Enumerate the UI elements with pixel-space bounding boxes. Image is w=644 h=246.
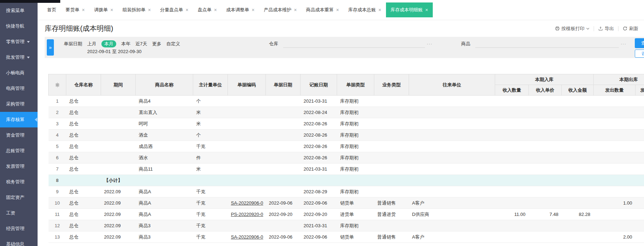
cell-partner: D供应商 <box>409 209 495 220</box>
settings-button[interactable]: 设置 <box>635 50 644 58</box>
cell-biz_type: 普通销售 <box>374 198 409 209</box>
close-icon[interactable]: × <box>82 7 85 12</box>
sidebar-item[interactable]: 批发管理 <box>0 50 38 65</box>
column-header-book_date: 记账日期 <box>301 74 337 96</box>
close-icon[interactable]: × <box>148 7 151 12</box>
sidebar-item[interactable]: 固定资产 <box>0 190 38 205</box>
doc-number-link[interactable]: SA-20220906-0 <box>231 234 263 240</box>
date-option-selected[interactable]: 本月 <box>101 40 116 47</box>
close-icon[interactable]: × <box>294 7 297 12</box>
close-icon[interactable]: × <box>214 7 217 12</box>
app-window: 搜索菜单快捷导航零售管理批发管理小畅电商电商管理采购管理库存核算资金管理总账管理… <box>0 0 644 246</box>
close-icon[interactable]: × <box>336 7 339 12</box>
close-icon[interactable]: × <box>110 7 113 12</box>
tab-item[interactable]: 成本调整单× <box>222 2 259 17</box>
cell-doc_type: 库存期初 <box>337 96 374 107</box>
doc-number-link[interactable]: PS-20220920-0 <box>231 212 263 217</box>
sidebar-item[interactable]: 电商管理 <box>0 81 38 96</box>
search-button[interactable]: 查询 <box>635 38 644 48</box>
sidebar-item[interactable]: 基础信息 <box>0 236 38 246</box>
table-row[interactable]: 2总仓直出直入米2022-08-24库存期初 <box>49 107 644 118</box>
cell-doc_date <box>266 175 301 186</box>
cell-out_qty <box>594 152 635 164</box>
print-by-template-button[interactable]: 按模板打印 <box>555 25 589 32</box>
tab-item[interactable]: 调拨单× <box>89 2 118 17</box>
sidebar-item[interactable]: 经营管理 <box>0 221 38 236</box>
close-icon[interactable]: × <box>252 7 254 12</box>
table-row[interactable]: 6总仓酒水件2022-08-26库存期初 <box>49 152 644 164</box>
date-option[interactable]: 近7天 <box>135 40 147 47</box>
product-more-button[interactable]: ··· <box>621 40 626 47</box>
date-option[interactable]: 更多 <box>152 40 161 47</box>
tab-item[interactable]: 盘点单× <box>193 2 222 17</box>
sidebar-top-strip <box>0 0 60 3</box>
tab-item[interactable]: 产品成本维护× <box>259 2 301 17</box>
cell-in_qty <box>495 130 529 141</box>
cell-unit <box>193 175 228 186</box>
sidebar-item[interactable]: 发票管理 <box>0 159 38 174</box>
page-header: 库存明细账(成本明细) 按模板打印 导出 <box>38 20 644 37</box>
cell-product: 呵呵 <box>136 118 193 130</box>
cell-out_qty <box>594 130 635 141</box>
table-row[interactable]: 12总仓2022.09商品3千克2021-03-31库存期初 <box>49 220 644 231</box>
sidebar-item[interactable]: 采购管理 <box>0 96 38 112</box>
table-row[interactable]: 5总仓成品酒千克2022-08-26库存期初 <box>49 141 644 152</box>
cell-out_price <box>635 164 644 175</box>
refresh-button[interactable]: 刷新 <box>623 25 638 32</box>
sidebar-item[interactable]: 小畅电商 <box>0 65 38 81</box>
table-row[interactable]: 4总仓酒盒个2022-08-26库存期初 <box>49 130 644 141</box>
cell-doc_type: 库存期初 <box>337 186 374 198</box>
column-settings-button[interactable] <box>49 74 66 96</box>
cell-unit: 米 <box>193 107 228 118</box>
close-icon[interactable]: × <box>379 7 381 12</box>
sidebar-item[interactable]: 总账管理 <box>0 143 38 159</box>
cell-warehouse: 总仓 <box>66 186 101 198</box>
close-icon[interactable]: × <box>425 7 428 12</box>
table-row[interactable]: 7总仓商品11米2021-03-31库存期初 <box>49 164 644 175</box>
table-row-subtotal[interactable]: 8【小计】 <box>49 175 644 186</box>
export-button[interactable]: 导出 <box>598 25 614 32</box>
table-row[interactable]: 13总仓2022.09商品3千克SA-20220906-02022-09-062… <box>49 231 644 243</box>
table-row[interactable]: 9总仓2022.09商品A千克2022-08-29库存期初 <box>49 186 644 198</box>
cell-out_price <box>635 209 644 220</box>
sidebar-item-label: 资金管理 <box>6 132 24 138</box>
cell-doc_date <box>266 130 301 141</box>
cell-partner <box>409 175 495 186</box>
table-row[interactable]: 10总仓2022.09商品A千克SA-20220906-02022-09-062… <box>49 198 644 209</box>
sidebar-item[interactable]: 资金管理 <box>0 127 38 143</box>
date-option[interactable]: 自定义 <box>166 40 180 47</box>
tab-item[interactable]: 分量盘点单× <box>156 2 193 17</box>
cell-partner <box>409 186 495 198</box>
cell-doc_no <box>228 186 266 198</box>
sidebar-item[interactable]: 快捷导航 <box>0 18 38 34</box>
tab-active[interactable]: 库存成本明细账× <box>386 2 433 17</box>
doc-number-link[interactable]: SA-20220906-0 <box>231 200 263 206</box>
cell-product: 商品A <box>136 198 193 209</box>
sidebar-item[interactable]: 库存核算 <box>0 112 38 127</box>
sidebar-item[interactable]: 搜索菜单 <box>0 3 38 18</box>
cell-out_price <box>635 130 644 141</box>
close-icon[interactable]: × <box>186 7 189 12</box>
tab-item[interactable]: 组装拆卸单× <box>118 2 155 17</box>
date-option[interactable]: 本年 <box>121 40 130 47</box>
warehouse-input[interactable] <box>283 41 425 47</box>
tab-label: 首页 <box>47 7 56 13</box>
date-option[interactable]: 上月 <box>87 40 96 47</box>
collapse-filter-button[interactable]: » <box>47 39 54 56</box>
tab-item[interactable]: 库存成本总账× <box>344 2 386 17</box>
sidebar-item[interactable]: 零售管理 <box>0 34 38 50</box>
cell-book_date: 2022-08-26 <box>301 152 337 164</box>
table-row[interactable]: 11总仓2022.09商品A千克PS-20220920-02022-09-202… <box>49 209 644 220</box>
sidebar-item[interactable]: 税务管理 <box>0 174 38 190</box>
warehouse-more-button[interactable]: ··· <box>427 40 432 47</box>
cell-unit: 米 <box>193 164 228 175</box>
table-row[interactable]: 3总仓呵呵米2022-08-26库存期初 <box>49 118 644 130</box>
sidebar-item[interactable]: 工资 <box>0 205 38 221</box>
tab-item[interactable]: 要货单× <box>61 2 89 17</box>
cell-book_date: 2021-03-31 <box>301 220 337 231</box>
tab-item[interactable]: 首页 <box>43 2 61 17</box>
table-row[interactable]: 1总仓商品4个2021-03-31库存期初 <box>49 96 644 107</box>
product-input[interactable] <box>475 41 619 47</box>
cell-unit: 个 <box>193 130 228 141</box>
tab-item[interactable]: 商品成本重算× <box>301 2 343 17</box>
